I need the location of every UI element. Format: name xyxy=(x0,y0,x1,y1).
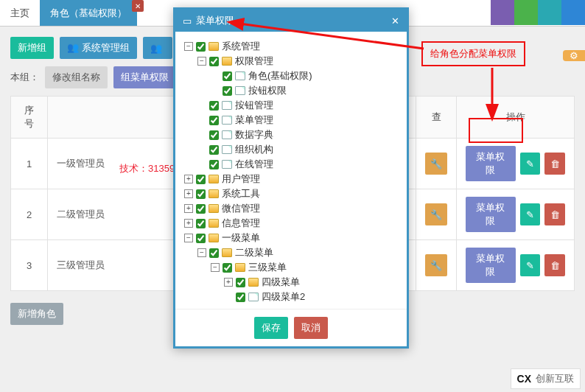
folder-icon xyxy=(209,219,219,228)
extra-group-button[interactable]: 👥 xyxy=(143,37,172,59)
settings-gear-icon[interactable]: ⚙ xyxy=(563,50,585,61)
file-icon xyxy=(248,293,259,301)
tree-label[interactable]: 数据字典 xyxy=(235,128,273,141)
brand-logo: CX 创新互联 xyxy=(511,368,581,389)
cell-no: 2 xyxy=(11,189,48,240)
file-icon xyxy=(222,145,232,154)
tree-checkbox[interactable] xyxy=(223,86,232,96)
logo-mark: CX xyxy=(517,373,531,385)
th-no: 序号 xyxy=(11,97,48,139)
rename-group-button[interactable]: 修改组名称 xyxy=(45,66,108,88)
tree-checkbox[interactable] xyxy=(196,204,206,214)
menu-perm-button[interactable]: 菜单权限 xyxy=(466,197,516,232)
permission-tree: −系统管理 −权限管理 角色(基础权限) 按钮权限 按钮管理 菜单管理 数据字典… xyxy=(175,32,407,309)
folder-icon xyxy=(222,248,232,257)
tree-label[interactable]: 信息管理 xyxy=(222,217,260,230)
delete-icon-button[interactable]: 🗑 xyxy=(544,254,565,276)
tree-checkbox[interactable] xyxy=(196,219,206,228)
tree-checkbox[interactable] xyxy=(209,101,219,111)
cell-no: 1 xyxy=(11,139,48,189)
cell-no: 3 xyxy=(11,240,48,291)
theme-blue[interactable] xyxy=(561,0,585,25)
tree-checkbox[interactable] xyxy=(209,57,219,66)
expand-icon[interactable]: + xyxy=(184,219,193,228)
collapse-icon[interactable]: − xyxy=(211,263,220,272)
svg-line-0 xyxy=(239,24,424,49)
top-right-squares xyxy=(491,0,585,25)
edit-icon-button[interactable]: ✎ xyxy=(520,254,541,276)
tree-checkbox[interactable] xyxy=(196,42,206,52)
folder-icon xyxy=(209,175,219,183)
expand-icon[interactable]: + xyxy=(184,175,193,183)
file-icon xyxy=(235,71,245,80)
save-button[interactable]: 保存 xyxy=(254,317,288,339)
collapse-icon[interactable]: − xyxy=(197,248,206,257)
tree-label[interactable]: 系统工具 xyxy=(222,187,260,200)
tree-label[interactable]: 微信管理 xyxy=(222,202,260,215)
tree-label[interactable]: 二级菜单 xyxy=(235,246,273,259)
group-menu-perm-button[interactable]: 组菜单权限 xyxy=(113,66,176,88)
folder-icon xyxy=(222,57,232,66)
expand-icon[interactable]: + xyxy=(224,278,233,287)
tree-label[interactable]: 四级菜单2 xyxy=(262,290,305,304)
sys-group-button[interactable]: 👥系统管理组 xyxy=(60,37,137,59)
theme-teal[interactable] xyxy=(538,0,561,25)
tree-checkbox[interactable] xyxy=(196,189,206,199)
collapse-icon[interactable]: − xyxy=(184,234,193,242)
tree-label[interactable]: 在线管理 xyxy=(235,158,273,171)
expand-icon[interactable]: + xyxy=(184,204,193,213)
folder-icon xyxy=(209,189,219,198)
tree-label[interactable]: 组织机构 xyxy=(235,143,273,156)
users-icon: 👥 xyxy=(150,43,162,54)
file-icon xyxy=(222,160,232,169)
wrench-view-button[interactable]: 🔧 xyxy=(425,254,447,276)
tree-checkbox[interactable] xyxy=(196,175,206,184)
tree-checkbox[interactable] xyxy=(196,234,206,243)
th-view: 查 xyxy=(416,97,457,139)
subline-label: 本组： xyxy=(10,71,39,84)
tree-label[interactable]: 菜单管理 xyxy=(235,113,273,127)
theme-green[interactable] xyxy=(514,0,538,25)
file-icon xyxy=(222,130,232,139)
collapse-icon[interactable]: − xyxy=(197,57,206,66)
edit-icon-button[interactable]: ✎ xyxy=(520,203,541,225)
delete-icon-button[interactable]: 🗑 xyxy=(544,153,565,175)
tree-checkbox[interactable] xyxy=(209,145,219,155)
new-role-button[interactable]: 新增角色 xyxy=(10,303,63,325)
tab-home[interactable]: 主页 xyxy=(0,0,40,26)
tree-checkbox[interactable] xyxy=(209,116,219,125)
tree-label[interactable]: 四级菜单 xyxy=(262,276,300,289)
theme-purple[interactable] xyxy=(491,0,514,25)
edit-icon-button[interactable]: ✎ xyxy=(520,153,541,175)
folder-icon xyxy=(209,42,219,51)
delete-icon-button[interactable]: 🗑 xyxy=(544,203,565,225)
wrench-view-button[interactable]: 🔧 xyxy=(425,153,447,175)
tree-checkbox[interactable] xyxy=(236,278,245,287)
close-tab-icon[interactable]: ✕ xyxy=(132,0,144,12)
folder-icon xyxy=(235,263,245,272)
tree-checkbox[interactable] xyxy=(236,293,245,302)
window-icon: ▭ xyxy=(183,15,192,27)
tree-label[interactable]: 一级菜单 xyxy=(222,231,260,245)
tree-checkbox[interactable] xyxy=(209,130,219,140)
tree-checkbox[interactable] xyxy=(223,71,232,81)
file-icon xyxy=(222,101,232,110)
tab-roles[interactable]: 角色（基础权限） ✕ xyxy=(40,0,137,26)
menu-perm-button[interactable]: 菜单权限 xyxy=(466,248,516,283)
tree-label[interactable]: 按钮管理 xyxy=(235,99,273,112)
folder-icon xyxy=(209,204,219,213)
tree-checkbox[interactable] xyxy=(209,160,219,169)
tree-label[interactable]: 三级菜单 xyxy=(248,261,287,274)
annotation-arrow-2 xyxy=(483,68,505,119)
wrench-view-button[interactable]: 🔧 xyxy=(425,203,447,225)
expand-icon[interactable]: + xyxy=(184,189,193,198)
tree-label[interactable]: 用户管理 xyxy=(222,172,260,186)
tree-label[interactable]: 角色(基础权限) xyxy=(248,69,312,83)
new-group-button[interactable]: 新增组 xyxy=(10,37,54,59)
tree-label[interactable]: 按钮权限 xyxy=(248,84,287,97)
menu-perm-button[interactable]: 菜单权限 xyxy=(466,146,516,181)
collapse-icon[interactable]: − xyxy=(184,42,193,51)
tree-checkbox[interactable] xyxy=(223,263,232,273)
tree-checkbox[interactable] xyxy=(209,248,219,258)
cancel-button[interactable]: 取消 xyxy=(294,317,328,339)
